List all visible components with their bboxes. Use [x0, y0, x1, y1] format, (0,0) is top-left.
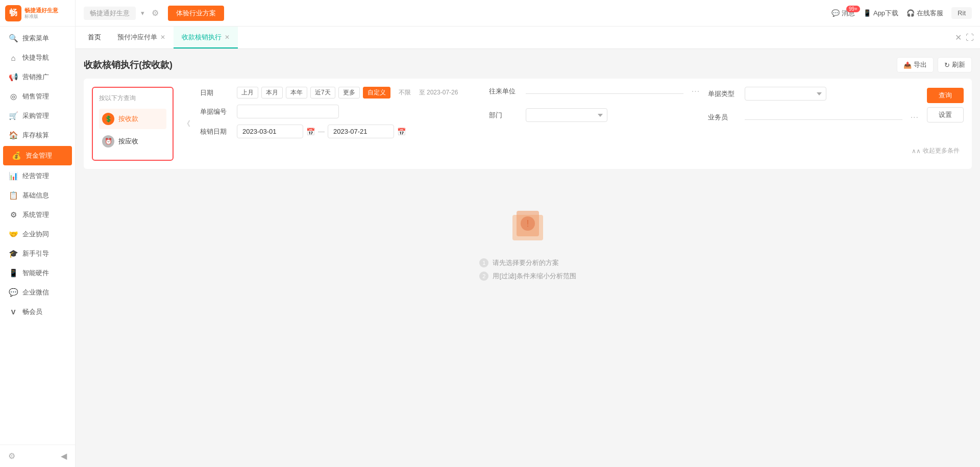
topbar-app-download[interactable]: 📱 App下载: [863, 9, 898, 18]
topbar-online-service[interactable]: 🎧 在线客服: [906, 9, 943, 18]
member-icon: V: [8, 308, 18, 316]
query-button[interactable]: 查询: [927, 88, 964, 103]
sidebar-item-enterprise[interactable]: 🤝 企业协同: [0, 225, 75, 244]
logo-icon: 畅: [5, 5, 21, 21]
hardware-icon: 📱: [8, 268, 18, 278]
content-area: 收款核销执行(按收款) 📤 导出 ↻ 刷新 按以下方查询 💲 按收款: [76, 49, 980, 467]
sidebar-item-sales[interactable]: ◎ 销售管理: [0, 87, 75, 106]
staff-label: 业务员: [708, 113, 737, 122]
filter-row-date: 日期 上月 本月 本年 近7天 更多 自定义 不限 至 2023-07-26: [200, 87, 481, 99]
filter-row-department: 部门: [489, 108, 700, 122]
writeoff-start-cal-icon[interactable]: 📅: [306, 128, 315, 136]
tab-home[interactable]: 首页: [80, 27, 109, 48]
docnum-input[interactable]: [237, 105, 339, 118]
tab-prepay-close-icon[interactable]: ✕: [160, 34, 165, 41]
inventory-icon: 🏠: [8, 131, 18, 140]
filter-collapse-button[interactable]: 《: [182, 87, 192, 161]
topbar: 畅捷通好生意 ▾ ⚙ 体验行业方案 💬 消息 99+ 📱 App下载 🎧 在线客…: [76, 0, 980, 27]
sidebar-logo: 畅 畅捷通好生意 标准版: [0, 0, 75, 27]
doctype-label: 单据类型: [708, 89, 737, 99]
topbar-brand: 畅捷通好生意 ▾ ⚙ 体验行业方案: [84, 6, 831, 21]
topbar-gear-icon[interactable]: ⚙: [152, 8, 159, 18]
counterparty-label: 往来单位: [489, 87, 518, 96]
staff-more-icon[interactable]: ···: [911, 113, 919, 122]
date-btn-more[interactable]: 更多: [338, 87, 360, 99]
operation-icon: 📊: [8, 171, 18, 181]
settings-footer-icon[interactable]: ⚙: [8, 451, 15, 461]
writeoff-end-cal-icon[interactable]: 📅: [397, 128, 406, 136]
sidebar-item-basic[interactable]: 📋 基础信息: [0, 186, 75, 205]
sidebar-item-search[interactable]: 🔍 搜索菜单: [0, 29, 75, 48]
filter-action-buttons: 查询 设置: [927, 87, 964, 122]
sidebar-item-quick-nav[interactable]: ⌂ 快捷导航: [0, 48, 75, 67]
sales-icon: ◎: [8, 92, 18, 101]
tab-collection[interactable]: 收款核销执行 ✕: [174, 27, 238, 48]
topbar-chevron-icon[interactable]: ▾: [141, 9, 144, 17]
empty-tips: 1 请先选择要分析的方案 2 用[过滤]条件来缩小分析范围: [479, 258, 576, 281]
sidebar-item-wechat[interactable]: 💬 企业微信: [0, 283, 75, 302]
export-icon: 📤: [903, 61, 912, 69]
tip-num-2: 2: [479, 272, 488, 281]
basic-icon: 📋: [8, 191, 18, 200]
date-btn-custom[interactable]: 自定义: [363, 87, 390, 99]
sidebar-item-guide[interactable]: 🎓 新手引导: [0, 244, 75, 263]
receivable-icon: ⏰: [102, 135, 114, 148]
department-select[interactable]: [526, 108, 607, 122]
sidebar-nav: 🔍 搜索菜单 ⌂ 快捷导航 📢 营销推广 ◎ 销售管理 🛒 采购管理 🏠 库存核…: [0, 27, 75, 445]
sidebar-item-purchase[interactable]: 🛒 采购管理: [0, 106, 75, 126]
close-tab-icon[interactable]: ✕: [955, 33, 962, 42]
svg-text:!: !: [526, 218, 529, 229]
sidebar-item-operation[interactable]: 📊 经营管理: [0, 166, 75, 186]
topbar-right: 💬 消息 99+ 📱 App下载 🎧 在线客服 Rit: [831, 7, 972, 19]
filter-option-by-receipt[interactable]: 💲 按收款: [99, 109, 166, 129]
app-icon: 📱: [863, 9, 871, 17]
filter-option-by-receivable[interactable]: ⏰ 按应收: [99, 131, 166, 152]
doctype-select[interactable]: [745, 87, 826, 101]
refresh-button[interactable]: ↻ 刷新: [938, 57, 972, 72]
department-label: 部门: [489, 111, 518, 120]
writeoff-date-end-input[interactable]: [328, 125, 394, 138]
tab-prepay[interactable]: 预付冲应付单 ✕: [109, 27, 174, 48]
marketing-icon: 📢: [8, 72, 18, 82]
date-no-limit: 不限: [399, 88, 411, 97]
purchase-icon: 🛒: [8, 111, 18, 120]
solution-button[interactable]: 体验行业方案: [168, 6, 224, 21]
enterprise-icon: 🤝: [8, 230, 18, 239]
date-btn-this-year[interactable]: 本年: [286, 87, 307, 99]
counterparty-more-icon[interactable]: ···: [692, 87, 700, 96]
sidebar-item-system[interactable]: ⚙ 系统管理: [0, 205, 75, 225]
empty-tip-1: 1 请先选择要分析的方案: [479, 258, 576, 267]
tabbar: 首页 预付冲应付单 ✕ 收款核销执行 ✕ ✕ ⛶: [76, 27, 980, 49]
setting-button[interactable]: 设置: [927, 107, 964, 122]
empty-illustration: !: [502, 200, 553, 252]
sidebar-item-finance[interactable]: 💰 资金管理: [3, 146, 72, 165]
filter-panel: 按以下方查询 💲 按收款 ⏰ 按应收 《 日期: [84, 79, 972, 169]
tabbar-controls: ✕ ⛶: [955, 33, 980, 42]
sidebar-item-marketing[interactable]: 📢 营销推广: [0, 67, 75, 87]
chevron-up-icon: ∧∧: [912, 148, 921, 155]
writeoff-date-start-input[interactable]: [237, 125, 303, 138]
expand-tab-icon[interactable]: ⛶: [966, 33, 974, 42]
tab-collection-close-icon[interactable]: ✕: [225, 34, 230, 41]
sidebar-item-inventory[interactable]: 🏠 库存核算: [0, 126, 75, 145]
topbar-message[interactable]: 💬 消息 99+: [831, 9, 855, 18]
collapse-conditions-btn[interactable]: ∧∧ 收起更多条件: [200, 146, 964, 155]
export-button[interactable]: 📤 导出: [897, 57, 934, 72]
empty-state: ! 1 请先选择要分析的方案 2 用[过滤]条件来缩小分析范围: [84, 169, 972, 311]
sidebar: 畅 畅捷通好生意 标准版 🔍 搜索菜单 ⌂ 快捷导航 📢 营销推广 ◎ 销售管理…: [0, 0, 76, 467]
refresh-icon: ↻: [944, 61, 950, 69]
filter-row-counterparty: 往来单位 ···: [489, 87, 700, 96]
topbar-brand-text: 畅捷通好生意: [84, 7, 136, 20]
topbar-user[interactable]: Rit: [951, 7, 972, 19]
page-title: 收款核销执行(按收款): [84, 59, 173, 71]
collapse-sidebar-icon[interactable]: ◀: [61, 451, 67, 461]
date-btn-last-month[interactable]: 上月: [237, 87, 258, 99]
service-icon: 🎧: [906, 9, 915, 17]
main-area: 畅捷通好生意 ▾ ⚙ 体验行业方案 💬 消息 99+ 📱 App下载 🎧 在线客…: [76, 0, 980, 467]
writeoff-date-range: 📅 — 📅: [237, 125, 406, 138]
sidebar-item-hardware[interactable]: 📱 智能硬件: [0, 263, 75, 283]
date-btn-7days[interactable]: 近7天: [310, 87, 335, 99]
filter-row-writeoff-date: 核销日期 📅 — 📅: [200, 125, 481, 138]
date-btn-this-month[interactable]: 本月: [261, 87, 283, 99]
sidebar-item-member[interactable]: V 畅会员: [0, 302, 75, 322]
